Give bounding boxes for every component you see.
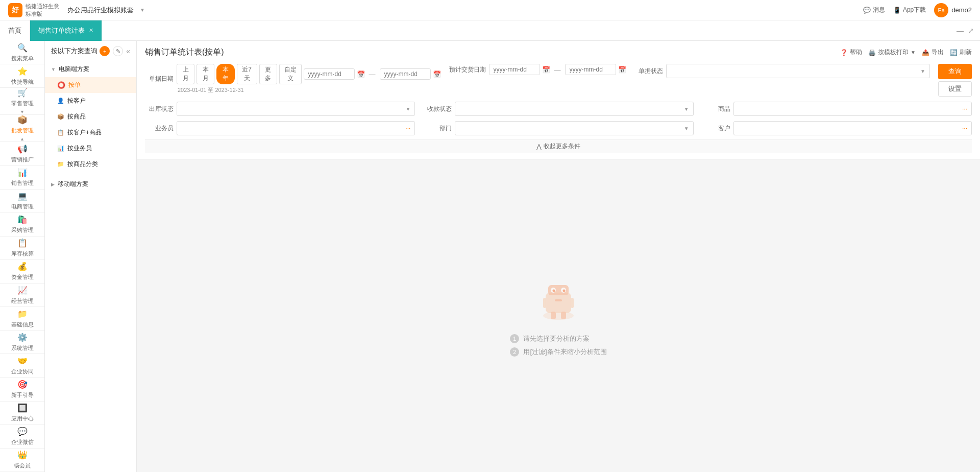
- date-btn-7days[interactable]: 近7天: [237, 64, 257, 84]
- export-btn[interactable]: 📤 导出: [922, 48, 944, 57]
- sidebar-item-inventory[interactable]: 📋 库存核算: [0, 237, 44, 260]
- help-btn[interactable]: ❓ 帮助: [840, 48, 862, 57]
- sidebar-item-guide[interactable]: 🎯 新手引导: [0, 378, 44, 402]
- sidebar-item-wechat[interactable]: 💬 企业微信: [0, 425, 44, 449]
- tree-group-mobile[interactable]: ▶ 移动端方案: [45, 176, 136, 192]
- tree-item-by-cg-label: 按客户+商品: [67, 128, 102, 137]
- tab-home[interactable]: 首页: [0, 20, 30, 41]
- settings-btn[interactable]: 设置: [938, 81, 972, 97]
- sidebar-item-system[interactable]: ⚙️ 系统管理: [0, 331, 44, 354]
- sidebar-item-ecommerce[interactable]: 💻 电商管理: [0, 190, 44, 213]
- salesman-select[interactable]: ···: [177, 121, 415, 135]
- sidebar-item-shortcuts[interactable]: ⭐ 快捷导航: [0, 64, 44, 88]
- sidebar-item-enterprise[interactable]: 🤝 企业协同: [0, 354, 44, 377]
- date-btn-custom[interactable]: 自定义: [279, 64, 302, 84]
- sidebar-item-appcenter[interactable]: 🔲 应用中心: [0, 402, 44, 425]
- customer-select[interactable]: ···: [733, 121, 972, 135]
- sidebar-item-marketing[interactable]: 📢 营销推广: [0, 142, 44, 166]
- print-icon: 🖨️: [868, 49, 876, 56]
- filter-row3: 业务员 ··· 部门 ▼ 客户 ···: [145, 121, 972, 135]
- tree-section-mobile: ▶ 移动端方案: [45, 174, 136, 194]
- expected-date-end[interactable]: [565, 64, 616, 75]
- salesman-group: 业务员 ···: [145, 121, 415, 135]
- tree-item-by-goods[interactable]: 📦 按商品: [45, 109, 136, 125]
- goods-more-icon[interactable]: ···: [962, 105, 967, 112]
- wholesale-icon: 📦: [17, 115, 28, 125]
- tree-item-by-order[interactable]: ⭕ 按单: [45, 77, 136, 93]
- system-icon: ⚙️: [17, 333, 28, 342]
- tree-item-by-customer[interactable]: 👤 按客户: [45, 93, 136, 109]
- tree-item-by-salesman[interactable]: 📊 按业务员: [45, 140, 136, 156]
- date-btn-this-month[interactable]: 本月: [197, 64, 214, 84]
- bill-status-select[interactable]: ▼: [666, 64, 930, 78]
- tree-item-by-customer-goods[interactable]: 📋 按客户+商品: [45, 125, 136, 140]
- expected-date-inputs: 📅 — 📅: [489, 64, 626, 75]
- sidebar-item-member[interactable]: 👑 畅会员: [0, 449, 44, 472]
- collapse-panel-btn[interactable]: «: [126, 47, 130, 55]
- filter-area: 销售订单统计表(按单) ❓ 帮助 🖨️ 按模板打印 ▼ 📤: [137, 41, 980, 159]
- expected-date-start[interactable]: [489, 64, 540, 75]
- sidebar-item-basic-info[interactable]: 📁 基础信息: [0, 307, 44, 331]
- sidebar-wechat-label: 企业微信: [11, 438, 34, 446]
- date-btn-last-month[interactable]: 上月: [177, 64, 194, 84]
- sidebar-item-retail[interactable]: 🛒 零售管理 ▼: [0, 88, 44, 115]
- print-btn[interactable]: 🖨️ 按模板打印 ▼: [868, 48, 916, 57]
- app-title: 办公用品行业模拟账套: [67, 6, 134, 15]
- sidebar-purchase-label: 采购管理: [11, 226, 34, 234]
- empty-hint-2: 2 用[过滤]条件来缩小分析范围: [510, 347, 606, 357]
- retail-expand-icon: ▼: [20, 109, 24, 114]
- tree-item-by-customer-label: 按客户: [67, 97, 86, 105]
- edit-scheme-btn[interactable]: ✎: [113, 46, 123, 56]
- search-btn[interactable]: 查询: [938, 64, 972, 79]
- goods-select[interactable]: ···: [733, 102, 972, 116]
- right-panel: 销售订单统计表(按单) ❓ 帮助 🖨️ 按模板打印 ▼ 📤: [137, 41, 980, 472]
- topbar: 好 畅捷通好生意 标准版 办公用品行业模拟账套 ▼ 💬 消息 📱 App下载 E…: [0, 0, 980, 20]
- tree-item-by-category[interactable]: 📁 按商品分类: [45, 156, 136, 172]
- purchase-icon: 🛍️: [17, 215, 28, 224]
- sidebar-item-sales[interactable]: 📊 销售管理: [0, 166, 44, 189]
- basic-info-icon: 📁: [17, 309, 28, 319]
- sidebar-item-search[interactable]: 🔍 搜索菜单: [0, 41, 44, 64]
- refresh-btn[interactable]: 🔄 刷新: [950, 48, 972, 57]
- user-menu[interactable]: Ea demo2: [934, 3, 972, 17]
- collapse-filters-btn[interactable]: ⋀ 收起更多条件: [145, 139, 972, 153]
- page-title-actions: ❓ 帮助 🖨️ 按模板打印 ▼ 📤 导出 �: [840, 48, 972, 57]
- date-start-input[interactable]: [304, 68, 355, 80]
- title-dropdown-icon[interactable]: ▼: [140, 7, 145, 13]
- sidebar-operations-label: 经营管理: [11, 297, 34, 305]
- message-btn[interactable]: 💬 消息: [863, 6, 885, 14]
- payment-status-select[interactable]: ▼: [455, 102, 693, 116]
- tab-sales-report[interactable]: 销售订单统计表 ✕: [30, 20, 102, 41]
- app-download-btn[interactable]: 📱 App下载: [893, 6, 926, 14]
- data-area: 1 请先选择要分析的方案 2 用[过滤]条件来缩小分析范围: [137, 159, 980, 472]
- help-label: 帮助: [850, 48, 862, 57]
- date-end-input[interactable]: [380, 68, 431, 80]
- sidebar-item-operations[interactable]: 📈 经营管理: [0, 284, 44, 307]
- by-category-icon: 📁: [57, 161, 64, 168]
- sidebar-item-wholesale[interactable]: 📦 批发管理 ▲: [0, 115, 44, 142]
- delivery-status-select[interactable]: ▼: [177, 102, 415, 116]
- tab-close-icon[interactable]: ✕: [89, 27, 93, 34]
- date-btn-this-year[interactable]: 本年: [216, 64, 234, 84]
- sidebar-item-purchase[interactable]: 🛍️ 采购管理: [0, 213, 44, 237]
- left-panel-title: 按以下方案查询: [51, 46, 97, 56]
- tree-group-pc[interactable]: ▼ 电脑端方案: [45, 61, 136, 77]
- department-select[interactable]: ▼: [455, 121, 693, 135]
- main-layout: 🔍 搜索菜单 ⭐ 快捷导航 🛒 零售管理 ▼ 📦 批发管理 ▲ 📢 营销推广 📊…: [0, 41, 980, 472]
- page-title-row: 销售订单统计表(按单) ❓ 帮助 🖨️ 按模板打印 ▼ 📤: [145, 47, 972, 58]
- tab-minimize-btn[interactable]: —: [957, 27, 964, 35]
- customer-more-icon[interactable]: ···: [962, 125, 967, 132]
- date-btn-more[interactable]: 更多: [259, 64, 277, 84]
- goods-group: 商品 ···: [702, 102, 972, 116]
- download-icon: 📱: [893, 7, 901, 14]
- app-download-label: App下载: [903, 6, 926, 14]
- filter-row1: 单据日期 上月 本月 本年 近7天 更多 自定义: [145, 64, 972, 97]
- add-scheme-btn[interactable]: +: [100, 46, 110, 56]
- salesman-more-icon[interactable]: ···: [405, 125, 410, 132]
- calendar-start-icon: 📅: [357, 70, 365, 78]
- bill-status-arrow-icon: ▼: [920, 68, 925, 74]
- exp-cal-end-icon: 📅: [618, 66, 626, 74]
- tab-expand-btn[interactable]: ⤢: [968, 27, 974, 35]
- sidebar-item-finance[interactable]: 💰 资金管理: [0, 260, 44, 284]
- empty-hints: 1 请先选择要分析的方案 2 用[过滤]条件来缩小分析范围: [510, 334, 606, 357]
